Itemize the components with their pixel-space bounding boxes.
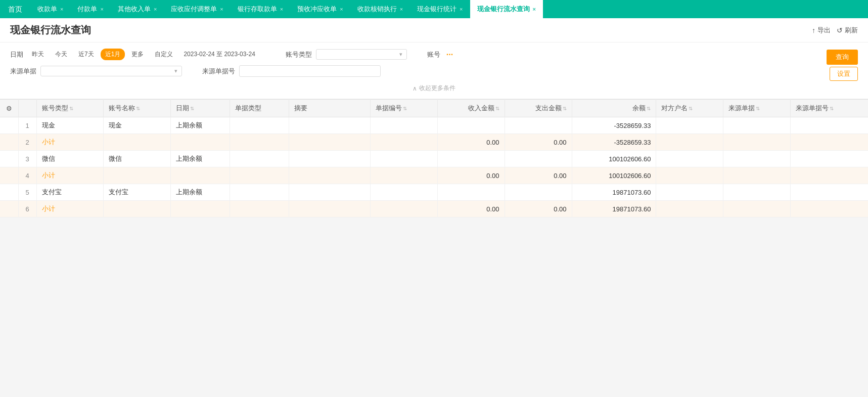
nav-tab-付款单[interactable]: 付款单× [70,0,110,18]
date-cell [171,134,230,151]
income-cell [437,117,505,134]
data-table: ⚙ 账号类型⇅ 账号名称⇅ 日期⇅ 单据类型 摘要 单据编号⇅ 收入金额⇅ 支出… [0,99,868,217]
account-type-cell: 现金 [36,117,104,134]
table-row: 3微信微信上期余额100102606.60 [0,151,868,167]
date-option-自定义[interactable]: 自定义 [150,49,177,60]
sort-icon: ⇅ [563,106,567,111]
table-header-row: ⚙ 账号类型⇅ 账号名称⇅ 日期⇅ 单据类型 摘要 单据编号⇅ 收入金额⇅ 支出… [0,100,868,117]
close-tab-icon[interactable]: × [340,0,343,18]
balance-cell: -3528659.33 [572,117,656,134]
source-doc-select[interactable]: ▾ [40,66,182,76]
table-row: 6小计0.000.0019871073.60 [0,201,868,217]
nav-home[interactable]: 首页 [0,0,30,18]
col-balance[interactable]: 余额⇅ [572,100,656,117]
source-doc-cell [723,201,791,217]
sort-icon: ⇅ [495,106,499,111]
source-doc-num-input[interactable] [239,65,381,77]
source-doc-num-cell [791,184,868,201]
nav-tab-现金银行统计[interactable]: 现金银行统计× [410,0,470,18]
col-expense-label: 支出金额 [535,104,562,112]
export-button[interactable]: ↑ 导出 [812,26,831,35]
summary-cell [289,167,370,184]
col-date[interactable]: 日期⇅ [171,100,230,117]
filter-area: 日期 昨天今天近7天近1月更多自定义 2023-02-24 至 2023-03-… [0,42,868,99]
sort-icon: ⇅ [136,106,140,111]
date-option-更多[interactable]: 更多 [127,49,148,60]
nav-tab-银行存取款单[interactable]: 银行存取款单× [231,0,290,18]
col-doc-num[interactable]: 单据编号⇅ [370,100,437,117]
page-title: 现金银行流水查询 [10,23,91,37]
col-account-type-label: 账号类型 [42,104,68,112]
doc-type-cell [230,201,289,217]
close-tab-icon[interactable]: × [154,0,157,18]
settings-icon: ⚙ [6,105,12,112]
row-num-cell: 2 [18,134,36,151]
doc-num-cell [370,184,437,201]
refresh-label: 刷新 [845,26,858,35]
account-type-select[interactable]: ▾ [316,49,407,60]
col-doc-num-label: 单据编号 [376,104,402,112]
col-source-doc-label: 来源单据 [728,104,755,112]
nav-tab-预收冲应收单[interactable]: 预收冲应收单× [290,0,350,18]
summary-cell [289,134,370,151]
row-num-cell: 3 [18,151,36,167]
table-row: 1现金现金上期余额-3528659.33 [0,117,868,134]
row-action-cell [0,151,18,167]
sort-icon: ⇅ [403,106,407,111]
close-tab-icon[interactable]: × [533,0,536,18]
summary-cell [289,184,370,201]
row-num-cell: 1 [18,117,36,134]
row-num-cell: 4 [18,167,36,184]
close-tab-icon[interactable]: × [100,0,103,18]
close-tab-icon[interactable]: × [280,0,283,18]
settings-button[interactable]: 设置 [830,67,858,81]
close-tab-icon[interactable]: × [60,0,63,18]
source-doc-num-cell [791,117,868,134]
income-cell [437,151,505,167]
doc-num-cell [370,117,437,134]
counterpart-cell [656,201,723,217]
date-label: 日期 [10,50,23,59]
expense-cell [505,117,572,134]
doc-type-cell [230,117,289,134]
nav-tab-其他收入单[interactable]: 其他收入单× [111,0,164,18]
col-date-label: 日期 [176,104,189,112]
col-summary-label: 摘要 [294,104,307,112]
refresh-button[interactable]: ↺ 刷新 [837,26,858,35]
nav-tab-收款单[interactable]: 收款单× [30,0,70,18]
col-account-type[interactable]: 账号类型⇅ [36,100,104,117]
counterpart-cell [656,184,723,201]
col-source-doc-num[interactable]: 来源单据号⇅ [791,100,868,117]
nav-tab-现金银行流水查询[interactable]: 现金银行流水查询× [470,0,543,18]
close-tab-icon[interactable]: × [460,0,463,18]
col-source-doc[interactable]: 来源单据⇅ [723,100,791,117]
row-action-cell [0,201,18,217]
source-doc-cell [723,151,791,167]
date-range: 2023-02-24 至 2023-03-24 [184,50,255,59]
income-cell: 0.00 [437,134,505,151]
close-tab-icon[interactable]: × [220,0,223,18]
date-cell: 上期余额 [171,184,230,201]
col-income[interactable]: 收入金额⇅ [437,100,505,117]
date-option-昨天[interactable]: 昨天 [27,49,49,60]
expense-cell [505,184,572,201]
nav-tab-收款核销执行[interactable]: 收款核销执行× [350,0,410,18]
sort-icon: ⇅ [756,106,760,111]
date-option-近7天[interactable]: 近7天 [74,49,99,60]
collapse-conditions-button[interactable]: ∧ 收起更多条件 [10,82,858,95]
source-doc-cell [723,134,791,151]
nav-tab-应收应付调整单[interactable]: 应收应付调整单× [164,0,230,18]
source-doc-num-cell [791,151,868,167]
account-ellipsis-button[interactable]: ··· [444,50,455,59]
col-account-name[interactable]: 账号名称⇅ [104,100,171,117]
date-option-今天[interactable]: 今天 [51,49,72,60]
col-counterpart[interactable]: 对方户名⇅ [656,100,723,117]
col-expense[interactable]: 支出金额⇅ [505,100,572,117]
income-cell: 0.00 [437,201,505,217]
table-settings-col[interactable]: ⚙ [0,100,18,117]
date-option-近1月[interactable]: 近1月 [101,49,125,60]
query-button[interactable]: 查询 [827,50,858,65]
close-tab-icon[interactable]: × [400,0,403,18]
source-doc-cell [723,117,791,134]
doc-type-cell [230,184,289,201]
